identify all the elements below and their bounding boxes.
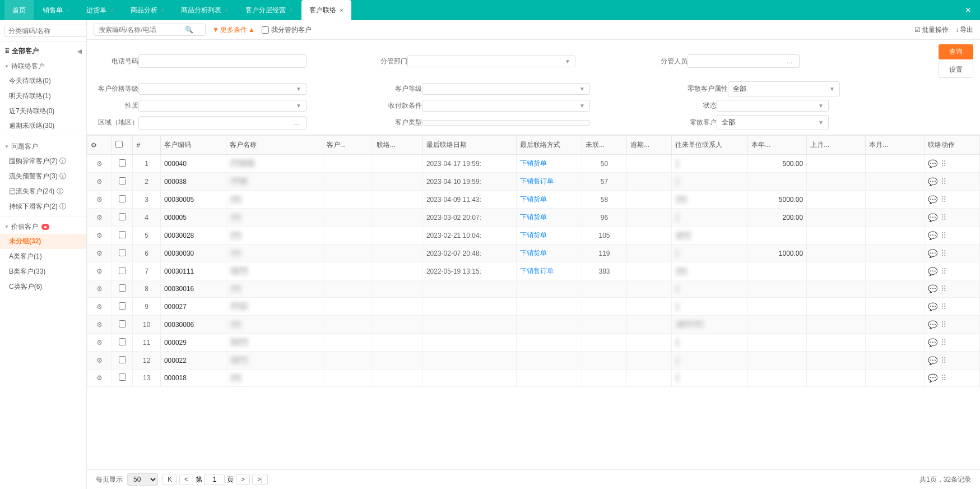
sidebar-item-7days[interactable]: 近7天待联络(0) <box>0 104 86 119</box>
last-method-link[interactable]: 下销售订单 <box>520 267 554 275</box>
contact-phone-icon[interactable]: 💬 <box>928 231 937 240</box>
tab-customer-tier[interactable]: 客户分层经营 × <box>238 0 300 20</box>
contact-more-icon[interactable]: ⠿ <box>941 177 946 186</box>
region-select[interactable]: ... <box>138 116 306 130</box>
contact-more-icon[interactable]: ⠿ <box>941 195 946 204</box>
contact-phone-icon[interactable]: 💬 <box>928 267 937 276</box>
tab-home[interactable]: 首页 <box>4 0 34 20</box>
contact-phone-icon[interactable]: 💬 <box>928 338 937 347</box>
sidebar-item-today[interactable]: 今天待联络(0) <box>0 73 86 89</box>
export-btn[interactable]: ↓ 导出 <box>955 25 973 35</box>
close-tab-purchase[interactable]: × <box>110 7 113 13</box>
select-all-checkbox[interactable] <box>115 141 123 148</box>
page-size-select[interactable]: 50 100 200 <box>127 473 158 486</box>
group-problem-customers[interactable]: ▼ 问题客户 <box>0 139 86 154</box>
staff-select[interactable]: ... <box>688 54 800 68</box>
grade-select[interactable]: ▼ <box>422 83 590 95</box>
sidebar-item-class-c[interactable]: C类客户(6) <box>0 279 86 294</box>
contact-phone-icon[interactable]: 💬 <box>928 356 937 365</box>
window-close-button[interactable]: × <box>960 4 976 16</box>
region-dots[interactable]: ... <box>294 119 299 127</box>
col-code-header[interactable]: 客户编码 <box>160 136 226 155</box>
tab-purchase[interactable]: 进货单 × <box>78 0 121 20</box>
col-gear-header[interactable]: ⚙ <box>87 136 112 155</box>
col-name-header[interactable]: 客户名称 <box>226 136 323 155</box>
contact-phone-icon[interactable]: 💬 <box>928 213 937 222</box>
contact-more-icon[interactable]: ⠿ <box>941 213 946 222</box>
contact-phone-icon[interactable]: 💬 <box>928 159 937 168</box>
close-tab-customer-contact[interactable]: × <box>340 7 343 13</box>
collapse-icon[interactable]: ◀ <box>77 48 82 54</box>
tab-product-analysis[interactable]: 商品分析 × <box>123 0 172 20</box>
my-customers-check[interactable] <box>262 26 269 34</box>
row-checkbox[interactable] <box>119 249 126 256</box>
phone-input[interactable] <box>138 54 306 68</box>
type-select[interactable] <box>422 120 590 126</box>
payment-select[interactable]: ▼ <box>422 100 590 112</box>
price-grade-select[interactable]: ▼ <box>138 83 306 95</box>
close-tab-sales[interactable]: × <box>66 7 69 13</box>
more-conditions-btn[interactable]: ▼ 更多条件 ▲ <box>212 25 255 35</box>
contact-more-icon[interactable]: ⠿ <box>941 231 946 240</box>
last-method-link[interactable]: 下销货单 <box>520 213 547 221</box>
col-check-header[interactable] <box>112 136 133 155</box>
batch-ops-btn[interactable]: ☑ 批量操作 <box>914 25 949 35</box>
sidebar-item-class-b[interactable]: B类客户(33) <box>0 264 86 279</box>
contact-phone-icon[interactable]: 💬 <box>928 284 937 293</box>
close-tab-customer-tier[interactable]: × <box>289 7 292 13</box>
row-checkbox[interactable] <box>119 159 126 167</box>
row-checkbox[interactable] <box>119 356 126 363</box>
status-select[interactable]: ▼ <box>717 100 829 112</box>
row-checkbox[interactable] <box>119 284 126 292</box>
sidebar-item-class-a[interactable]: A类客户(1) <box>0 249 86 264</box>
close-tab-product-analysis[interactable]: × <box>161 7 164 13</box>
retail-attr-select[interactable]: 全部 ▼ <box>728 81 840 96</box>
sidebar-item-declining[interactable]: 持续下滑客户(2) ⓘ <box>0 199 86 214</box>
contact-phone-icon[interactable]: 💬 <box>928 320 937 329</box>
contact-phone-icon[interactable]: 💬 <box>928 302 937 311</box>
contact-phone-icon[interactable]: 💬 <box>928 177 937 186</box>
row-checkbox[interactable] <box>119 177 126 184</box>
last-method-link[interactable]: 下销货单 <box>520 195 547 203</box>
nature-select[interactable]: ▼ <box>138 100 306 112</box>
row-checkbox[interactable] <box>119 373 126 381</box>
tab-customer-contact[interactable]: 客户联络 × <box>301 0 351 20</box>
next-page-btn[interactable]: > <box>236 474 250 485</box>
sidebar-all-customers[interactable]: ⠿ 全部客户 ◀ <box>0 42 86 58</box>
prev-page-btn[interactable]: < <box>179 474 193 485</box>
row-checkbox[interactable] <box>119 338 126 345</box>
row-checkbox[interactable] <box>119 213 126 220</box>
contact-more-icon[interactable]: ⠿ <box>941 373 946 382</box>
row-checkbox[interactable] <box>119 231 126 238</box>
row-checkbox[interactable] <box>119 302 126 310</box>
group-value-customers[interactable]: ▼ 价值客户 ● <box>0 219 86 234</box>
sidebar-item-churn-warning[interactable]: 流失预警客户(3) ⓘ <box>0 169 86 184</box>
group-pending-contact[interactable]: ▼ 待联络客户 <box>0 58 86 73</box>
sidebar-item-churned[interactable]: 已流失客户(24) ⓘ <box>0 184 86 199</box>
my-customers-checkbox[interactable]: 我分管的客户 <box>262 25 312 35</box>
contact-more-icon[interactable]: ⠿ <box>941 338 946 347</box>
last-page-btn[interactable]: >| <box>252 474 268 485</box>
close-tab-product-analysis-list[interactable]: × <box>225 7 228 13</box>
contact-more-icon[interactable]: ⠿ <box>941 267 946 276</box>
last-method-link[interactable]: 下销售订单 <box>520 177 554 185</box>
contact-more-icon[interactable]: ⠿ <box>941 284 946 293</box>
contact-more-icon[interactable]: ⠿ <box>941 249 946 258</box>
last-method-link[interactable]: 下销货单 <box>520 249 547 257</box>
main-search-input[interactable] <box>99 26 183 34</box>
first-page-btn[interactable]: K <box>162 474 177 485</box>
sidebar-item-hoarding-anomaly[interactable]: 囤购异常客户(2) ⓘ <box>0 154 86 169</box>
staff-dots[interactable]: ... <box>787 57 792 65</box>
reset-button[interactable]: 设置 <box>939 62 973 78</box>
sidebar-item-overdue[interactable]: 逾期未联络(30) <box>0 118 86 133</box>
contact-more-icon[interactable]: ⠿ <box>941 320 946 329</box>
contact-phone-icon[interactable]: 💬 <box>928 195 937 204</box>
query-button[interactable]: 查询 <box>939 44 973 59</box>
contact-more-icon[interactable]: ⠿ <box>941 356 946 365</box>
row-checkbox[interactable] <box>119 195 126 202</box>
row-checkbox[interactable] <box>119 320 126 327</box>
last-method-link[interactable]: 下销货单 <box>520 231 547 239</box>
sidebar-search-input[interactable] <box>4 25 87 37</box>
tab-sales[interactable]: 销售单 × <box>35 0 77 20</box>
contact-more-icon[interactable]: ⠿ <box>941 302 946 311</box>
